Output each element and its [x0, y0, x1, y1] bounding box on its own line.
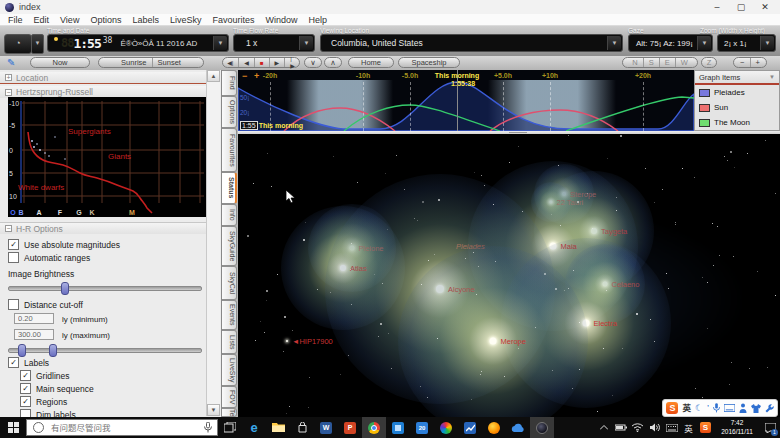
- tab-info[interactable]: Info: [222, 204, 237, 226]
- regions-checkbox[interactable]: ✓: [20, 396, 31, 407]
- time-flow-select[interactable]: 1 x ▼: [233, 34, 315, 52]
- gridlines-checkbox[interactable]: ✓: [20, 370, 31, 381]
- menu-livesky[interactable]: LiveSky: [170, 15, 202, 25]
- apostrophe-icon[interactable]: ’: [707, 401, 709, 415]
- compass-n-button[interactable]: N: [627, 58, 643, 67]
- panel-scrollbar[interactable]: ▲ ▼: [206, 70, 220, 416]
- voice-input-icon[interactable]: [713, 403, 720, 413]
- compass-w-button[interactable]: W: [676, 58, 693, 67]
- notification-center-icon[interactable]: 1: [760, 417, 780, 438]
- minimize-button[interactable]: –: [706, 0, 728, 14]
- tab-livesky[interactable]: LiveSky: [222, 354, 237, 386]
- gaze-select[interactable]: Alt: 75¡ Az: 199¡ ▼: [628, 34, 713, 52]
- labels-checkbox[interactable]: ✓: [8, 357, 19, 368]
- tab-events[interactable]: Events: [222, 300, 237, 330]
- close-button[interactable]: ✕: [754, 0, 776, 14]
- section-location[interactable]: + Location: [0, 72, 206, 84]
- legend-item-pleiades[interactable]: Pleiades: [695, 85, 779, 100]
- menu-view[interactable]: View: [60, 15, 79, 25]
- menu-help[interactable]: Help: [309, 15, 328, 25]
- graph-items-header[interactable]: Graph Items ▼: [695, 71, 779, 85]
- planetarium-app-icon[interactable]: [530, 417, 554, 438]
- powerpoint-icon[interactable]: P: [338, 417, 362, 438]
- brightness-slider-thumb[interactable]: [61, 282, 69, 295]
- main-sequence-checkbox[interactable]: ✓: [20, 383, 31, 394]
- tab-fov[interactable]: FOV: [222, 386, 237, 408]
- cloud-app-icon[interactable]: [506, 417, 530, 438]
- touch-keyboard-icon[interactable]: [663, 417, 680, 438]
- store-icon[interactable]: [290, 417, 314, 438]
- tray-clock[interactable]: 7:42 2016/11/11: [714, 419, 760, 436]
- user-profile-icon[interactable]: [739, 403, 747, 413]
- task-view-icon[interactable]: [218, 417, 242, 438]
- wifi-icon[interactable]: [629, 417, 646, 438]
- hr-diagram[interactable]: -10-50510OBAFGKMSupergiantsGiantsWhite d…: [8, 97, 207, 217]
- word-icon[interactable]: W: [314, 417, 338, 438]
- menu-favourites[interactable]: Favourites: [212, 15, 254, 25]
- soft-keyboard-icon[interactable]: [724, 404, 735, 412]
- timeline-zoom-in[interactable]: +: [254, 71, 259, 81]
- clock-dropdown[interactable]: ▼: [31, 34, 44, 54]
- legend-item-sun[interactable]: Sun: [695, 100, 779, 115]
- timeline-graph[interactable]: -20h-10h-5.0hThis morning1:55:38+5.0h+10…: [238, 70, 694, 131]
- firefox-icon[interactable]: [482, 417, 506, 438]
- step-forward-button[interactable]: |▶: [285, 58, 300, 67]
- time-date-display[interactable]: 88 1:55 38 Ê®Ò»ÔÂ 11 2016 AD ▼: [47, 34, 229, 52]
- viewing-location-select[interactable]: Columbia, United States ▼: [320, 34, 623, 52]
- menu-file[interactable]: File: [8, 15, 23, 25]
- flow-caret[interactable]: ▼: [299, 36, 313, 50]
- gaze-caret[interactable]: ▼: [697, 36, 711, 50]
- expand-icon[interactable]: +: [5, 74, 12, 81]
- now-button[interactable]: Now: [30, 57, 90, 68]
- compass-e-button[interactable]: E: [660, 58, 676, 67]
- scroll-up-arrow[interactable]: ▲: [207, 70, 220, 82]
- distance-cutoff-checkbox[interactable]: [8, 299, 19, 310]
- analytics-app-icon[interactable]: [458, 417, 482, 438]
- distance-range-slider[interactable]: [8, 348, 202, 353]
- sogou-tray-icon[interactable]: S: [697, 417, 714, 438]
- volume-icon[interactable]: [646, 417, 663, 438]
- microphone-icon[interactable]: [204, 422, 212, 433]
- skin-shirt-icon[interactable]: [751, 404, 761, 413]
- battery-icon[interactable]: [612, 417, 629, 438]
- cortana-search-box[interactable]: [26, 419, 218, 436]
- menu-edit[interactable]: Edit: [34, 15, 50, 25]
- zoom-out-button[interactable]: −: [735, 58, 750, 67]
- menu-window[interactable]: Window: [266, 15, 298, 25]
- maximize-button[interactable]: ▢: [730, 0, 752, 14]
- step-up-button[interactable]: ∧: [324, 57, 342, 68]
- use-absolute-magnitudes-checkbox[interactable]: ✓: [8, 239, 19, 250]
- tab-options[interactable]: Options: [222, 96, 237, 128]
- color-wheel-icon[interactable]: [434, 417, 458, 438]
- sogou-logo-icon[interactable]: S: [666, 402, 678, 414]
- tab-find[interactable]: Find: [222, 70, 237, 96]
- photos-icon[interactable]: [386, 417, 410, 438]
- section-hr-options[interactable]: − H-R Options: [0, 222, 206, 234]
- zoom-select[interactable]: 2¡ x 1¡ ▼: [717, 34, 776, 52]
- home-button[interactable]: Home: [348, 57, 394, 68]
- step-down-button[interactable]: ∨: [304, 57, 322, 68]
- tab-status[interactable]: Status: [222, 172, 237, 204]
- tab-tel[interactable]: Tel: [222, 408, 237, 417]
- sunrise-button[interactable]: Sunrise: [116, 58, 152, 67]
- tab-favourites[interactable]: Favourites: [222, 128, 237, 172]
- sunset-button[interactable]: Sunset: [153, 58, 186, 67]
- tab-skyguide[interactable]: SkyGuide: [222, 226, 237, 266]
- tab-lists[interactable]: Lists: [222, 330, 237, 354]
- tab-skycal[interactable]: SkyCal: [222, 266, 237, 300]
- compass-s-button[interactable]: S: [644, 58, 660, 67]
- stop-button[interactable]: ■: [255, 58, 270, 67]
- tray-expand-icon[interactable]: [595, 417, 612, 438]
- sogou-ime-mode[interactable]: 英: [682, 401, 691, 415]
- settings-wrench-icon[interactable]: [765, 404, 774, 413]
- zoom-in-button[interactable]: +: [751, 58, 765, 67]
- ly-maximum-field[interactable]: [14, 329, 54, 340]
- ly-minimum-field[interactable]: [14, 313, 54, 324]
- night-mode-icon[interactable]: ☾: [695, 401, 703, 415]
- play-back-button[interactable]: ◀: [239, 58, 255, 67]
- search-input[interactable]: [49, 422, 193, 434]
- zenith-button[interactable]: Z: [701, 57, 717, 68]
- collapse-icon[interactable]: −: [5, 89, 12, 96]
- collapse-icon[interactable]: −: [5, 225, 12, 232]
- legend-item-the-moon[interactable]: The Moon: [695, 115, 779, 130]
